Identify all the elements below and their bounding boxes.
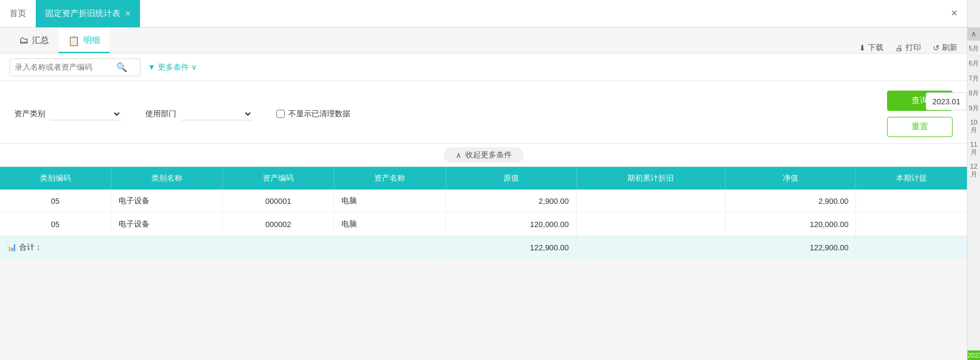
collapse-bar: ∧ 收起更多条件 — [0, 144, 967, 167]
cell-net-value: 2,900.00 — [726, 190, 856, 213]
total-accumulated-depreciation — [576, 236, 726, 259]
cell-category-name: 电子设备 — [111, 190, 222, 213]
cell-accumulated-depreciation — [576, 190, 726, 213]
date-chip: 2023.01 — [926, 92, 967, 110]
sidebar-month-12[interactable]: 12月 — [967, 160, 980, 181]
filter-bar: 🔍 ▼ 更多条件 ∨ — [0, 54, 967, 81]
refresh-button[interactable]: ↺ 刷新 — [933, 42, 957, 53]
col-current-provision: 本期计提 — [856, 167, 967, 190]
total-net-value: 122,900.00 — [726, 236, 856, 259]
window-close-icon[interactable]: × — [951, 7, 957, 20]
nav-home[interactable]: 首页 — [10, 8, 36, 19]
nav-tab-label: 固定资产折旧统计表 — [45, 8, 120, 19]
sidebar-month-11[interactable]: 11月 — [967, 138, 980, 159]
data-table: 类别编码 类别名称 资产编码 资产名称 原值 期初累计折旧 净值 本期计提 05… — [0, 167, 967, 259]
collapse-label: 收起更多条件 — [465, 150, 512, 160]
table-wrap: 类别编码 类别名称 资产编码 资产名称 原值 期初累计折旧 净值 本期计提 05… — [0, 167, 967, 259]
table-row: 05 电子设备 000002 电脑 120,000.00 120,000.00 — [0, 213, 967, 236]
tab-detail[interactable]: 📋 明细 — [58, 29, 110, 53]
col-net-value: 净值 — [726, 167, 856, 190]
sidebar-up-arrow[interactable]: ∧ — [967, 27, 980, 41]
summary-tab-icon: 🗂 — [19, 35, 29, 46]
col-asset-name: 资产名称 — [334, 167, 446, 190]
asset-category-label: 资产类别 — [14, 108, 45, 119]
hide-cleared-label: 不显示已清理数据 — [288, 108, 350, 119]
summary-tab-label: 汇总 — [32, 35, 49, 46]
table-total-row: 📊 合计： 122,900.00 122,900.00 — [0, 236, 967, 259]
collapse-button[interactable]: ∧ 收起更多条件 — [444, 147, 524, 163]
search-input-wrap[interactable]: 🔍 — [10, 58, 141, 76]
top-nav: 首页 固定资产折旧统计表 × × — [0, 0, 967, 27]
tab-bar: 🗂 汇总 📋 明细 ⬇ 下载 🖨 打印 ↺ 刷新 — [0, 27, 967, 54]
use-department-field: 使用部门 — [145, 107, 253, 120]
cell-asset-code: 000001 — [222, 190, 334, 213]
download-label: 下载 — [868, 42, 883, 53]
cell-asset-name: 电脑 — [334, 213, 446, 236]
print-button[interactable]: 🖨 打印 — [895, 42, 921, 53]
sidebar-month-9[interactable]: 9月 — [967, 101, 980, 115]
download-button[interactable]: ⬇ 下载 — [859, 42, 883, 53]
more-filter-label: 更多条件 — [158, 62, 189, 73]
filter-row-1: 资产类别 使用部门 不显示已清理数据 查询 重置 — [14, 91, 953, 137]
advanced-filter-panel: 资产类别 使用部门 不显示已清理数据 查询 重置 — [0, 81, 967, 144]
search-icon[interactable]: 🔍 — [116, 62, 127, 73]
col-original-value: 原值 — [446, 167, 576, 190]
use-department-select[interactable] — [181, 107, 253, 120]
more-filter-button[interactable]: ▼ 更多条件 ∨ — [148, 62, 197, 73]
hide-cleared-field[interactable]: 不显示已清理数据 — [276, 108, 350, 119]
total-label-cell: 📊 合计： — [0, 236, 446, 259]
col-asset-code: 资产编码 — [222, 167, 334, 190]
search-input[interactable] — [15, 63, 116, 72]
total-original-value: 122,900.00 — [446, 236, 576, 259]
table-row: 05 电子设备 000001 电脑 2,900.00 2,900.00 — [0, 190, 967, 213]
hide-cleared-checkbox[interactable] — [276, 110, 285, 118]
total-current-provision — [856, 236, 967, 259]
cell-asset-code: 000002 — [222, 213, 334, 236]
sidebar-year-badge: 2023 — [967, 350, 980, 360]
sidebar-month-5[interactable]: 5月 — [967, 42, 980, 55]
reset-button[interactable]: 重置 — [887, 117, 953, 137]
asset-category-select[interactable] — [50, 107, 122, 120]
nav-tab-fixed-assets[interactable]: 固定资产折旧统计表 × — [36, 0, 140, 27]
refresh-icon: ↺ — [933, 44, 939, 52]
cell-original-value: 120,000.00 — [446, 213, 576, 236]
print-icon: 🖨 — [895, 44, 903, 52]
col-accumulated-depreciation: 期初累计折旧 — [576, 167, 726, 190]
sidebar-month-8[interactable]: 8月 — [967, 86, 980, 100]
cell-current-provision — [856, 190, 967, 213]
sidebar-month-7[interactable]: 7月 — [967, 72, 980, 85]
more-filter-arrow: ∨ — [191, 63, 197, 72]
cell-asset-name: 电脑 — [334, 190, 446, 213]
detail-tab-label: 明细 — [83, 35, 100, 46]
tab-summary[interactable]: 🗂 汇总 — [10, 29, 58, 53]
cell-original-value: 2,900.00 — [446, 190, 576, 213]
total-icon: 📊 — [7, 243, 17, 252]
cell-category-code: 05 — [0, 190, 111, 213]
cell-accumulated-depreciation — [576, 213, 726, 236]
cell-category-code: 05 — [0, 213, 111, 236]
col-category-code: 类别编码 — [0, 167, 111, 190]
cell-net-value: 120,000.00 — [726, 213, 856, 236]
sidebar-month-10[interactable]: 10月 — [967, 116, 980, 137]
right-sidebar: ∧ 5月 6月 7月 8月 9月 10月 11月 12月 2023 — [967, 0, 980, 360]
cell-category-name: 电子设备 — [111, 213, 222, 236]
refresh-label: 刷新 — [942, 42, 957, 53]
tab-actions: ⬇ 下载 🖨 打印 ↺ 刷新 — [859, 42, 957, 53]
sidebar-month-6[interactable]: 6月 — [967, 57, 980, 70]
total-label: 合计： — [19, 243, 42, 252]
print-label: 打印 — [906, 42, 921, 53]
download-icon: ⬇ — [859, 44, 866, 52]
col-category-name: 类别名称 — [111, 167, 222, 190]
collapse-icon: ∧ — [456, 151, 462, 160]
asset-category-field: 资产类别 — [14, 107, 122, 120]
use-department-label: 使用部门 — [145, 108, 176, 119]
table-header-row: 类别编码 类别名称 资产编码 资产名称 原值 期初累计折旧 净值 本期计提 — [0, 167, 967, 190]
cell-current-provision — [856, 213, 967, 236]
filter-icon: ▼ — [148, 63, 155, 72]
nav-tab-close-icon[interactable]: × — [125, 8, 130, 19]
detail-tab-icon: 📋 — [68, 35, 80, 46]
